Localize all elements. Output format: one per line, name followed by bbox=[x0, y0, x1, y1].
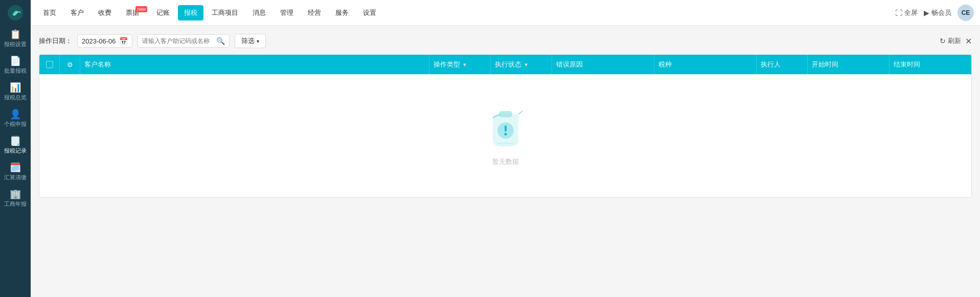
sidebar-logo bbox=[0, 0, 31, 26]
topnav: 首页 客户 收费 票据 new 记账 报税 工商项目 消息 管理 经营 服务 设… bbox=[31, 0, 980, 26]
nav-jingying[interactable]: 经营 bbox=[302, 5, 327, 20]
svg-rect-5 bbox=[505, 125, 507, 132]
th-checkbox[interactable] bbox=[39, 55, 60, 74]
nav-guanli[interactable]: 管理 bbox=[274, 5, 300, 20]
member-btn[interactable]: ▶ 畅会员 bbox=[924, 8, 951, 17]
sort-icon-status: ▼ bbox=[523, 62, 529, 68]
th-end-time: 结束时间 bbox=[890, 55, 971, 74]
toolbar-right: ↻ 刷新 ✕ bbox=[940, 36, 972, 46]
th-operation-type[interactable]: 操作类型 ▼ bbox=[429, 55, 491, 74]
nav-baoshui[interactable]: 报税 bbox=[178, 5, 203, 20]
huisuan-jiaona-icon: 🗓️ bbox=[10, 163, 21, 172]
th-exec-status[interactable]: 执行状态 ▼ bbox=[491, 55, 552, 74]
sidebar-item-baoshui-jilu[interactable]: 🗒️ 报税记录 bbox=[0, 132, 31, 159]
date-picker[interactable]: 2023-06-06 📅 bbox=[77, 34, 132, 48]
search-icon: 🔍 bbox=[216, 37, 225, 45]
svg-line-8 bbox=[518, 111, 522, 114]
chevron-down-icon: ▾ bbox=[257, 38, 259, 44]
close-button[interactable]: ✕ bbox=[965, 36, 972, 46]
main-wrapper: 首页 客户 收费 票据 new 记账 报税 工商项目 消息 管理 经营 服务 设… bbox=[31, 0, 980, 297]
baoshui-shezhi-icon: 📋 bbox=[10, 30, 21, 39]
sidebar-item-baoshui-zonglam[interactable]: 📊 报税总览 bbox=[0, 79, 31, 105]
svg-point-6 bbox=[504, 133, 507, 136]
new-badge: new bbox=[135, 6, 147, 13]
topnav-items: 首页 客户 收费 票据 new 记账 报税 工商项目 消息 管理 经营 服务 设… bbox=[37, 5, 895, 20]
piliang-baoshui-icon: 📄 bbox=[10, 56, 21, 66]
nav-jizhang[interactable]: 记账 bbox=[150, 5, 176, 20]
date-label: 操作日期： bbox=[39, 36, 72, 46]
nav-piao[interactable]: 票据 new bbox=[120, 5, 148, 20]
th-gear[interactable]: ⚙ bbox=[60, 55, 80, 74]
search-wrap[interactable]: 🔍 bbox=[138, 34, 230, 48]
select-all-checkbox[interactable] bbox=[46, 61, 53, 68]
th-tax-type: 税种 bbox=[654, 55, 757, 74]
sidebar: 📋 报税设置 📄 批量报税 📊 报税总览 👤 个税申报 🗒️ 报税记录 🗓️ 汇… bbox=[0, 0, 31, 297]
nav-xiaoxi[interactable]: 消息 bbox=[246, 5, 272, 20]
sidebar-item-geshuishenabao[interactable]: 👤 个税申报 bbox=[0, 105, 31, 132]
nav-shoufei[interactable]: 收费 bbox=[92, 5, 118, 20]
date-value: 2023-06-06 bbox=[82, 37, 116, 45]
empty-state: 暂无数据 bbox=[39, 74, 971, 197]
refresh-button[interactable]: ↻ 刷新 bbox=[940, 36, 961, 46]
nav-home[interactable]: 首页 bbox=[37, 5, 62, 20]
search-input[interactable] bbox=[142, 37, 214, 45]
sidebar-item-huisuan-jiaona[interactable]: 🗓️ 汇算清缴 bbox=[0, 159, 31, 185]
nav-gongshang[interactable]: 工商项目 bbox=[206, 5, 244, 20]
nav-fuwu[interactable]: 服务 bbox=[329, 5, 355, 20]
gongshang-nian-icon: 🏢 bbox=[10, 189, 21, 199]
table-header: ⚙ 客户名称 操作类型 ▼ 执行状态 ▼ 错误原因 税种 bbox=[39, 55, 971, 74]
filter-button[interactable]: 筛选 ▾ bbox=[235, 34, 266, 48]
sidebar-item-piliang-baoshui[interactable]: 📄 批量报税 bbox=[0, 52, 31, 79]
th-error-reason: 错误原因 bbox=[552, 55, 654, 74]
table-container: ⚙ 客户名称 操作类型 ▼ 执行状态 ▼ 错误原因 税种 bbox=[39, 54, 972, 198]
empty-text: 暂无数据 bbox=[492, 157, 519, 166]
sidebar-item-gongshang-nian[interactable]: 🏢 工商年报 bbox=[0, 185, 31, 212]
baoshui-jilu-icon: 🗒️ bbox=[10, 136, 21, 145]
nav-shezhi[interactable]: 设置 bbox=[357, 5, 382, 20]
gear-icon: ⚙ bbox=[67, 61, 73, 69]
avatar[interactable]: CE bbox=[958, 5, 974, 21]
toolbar: 操作日期： 2023-06-06 📅 🔍 筛选 ▾ ↻ 刷新 ✕ bbox=[39, 34, 972, 48]
th-executor: 执行人 bbox=[757, 55, 808, 74]
fullscreen-btn[interactable]: ⛶ 全屏 bbox=[895, 8, 918, 17]
empty-illustration bbox=[483, 105, 529, 151]
fullscreen-icon: ⛶ bbox=[895, 9, 902, 17]
th-customer-name: 客户名称 bbox=[80, 55, 429, 74]
geshuishenabao-icon: 👤 bbox=[10, 110, 21, 119]
svg-point-9 bbox=[494, 142, 517, 146]
svg-rect-2 bbox=[499, 111, 512, 117]
th-start-time: 开始时间 bbox=[808, 55, 890, 74]
refresh-icon: ↻ bbox=[940, 37, 946, 45]
sidebar-item-baoshui-shezhi[interactable]: 📋 报税设置 bbox=[0, 26, 31, 52]
baoshui-zonglam-icon: 📊 bbox=[10, 83, 21, 92]
page-area: 操作日期： 2023-06-06 📅 🔍 筛选 ▾ ↻ 刷新 ✕ bbox=[31, 26, 980, 297]
topnav-right: ⛶ 全屏 ▶ 畅会员 CE bbox=[895, 5, 974, 21]
calendar-icon: 📅 bbox=[119, 37, 128, 45]
sort-icon-operation: ▼ bbox=[462, 62, 467, 68]
video-icon: ▶ bbox=[924, 9, 929, 17]
nav-customer[interactable]: 客户 bbox=[64, 5, 90, 20]
